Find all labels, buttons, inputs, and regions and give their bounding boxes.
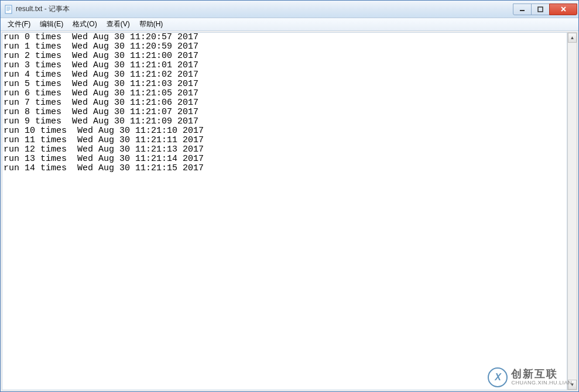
scroll-up-button[interactable]: ▲ [568,33,577,43]
content-wrapper: run 0 times Wed Aug 30 11:20:57 2017 run… [1,31,578,391]
notepad-icon [4,5,13,14]
menu-edit[interactable]: 编辑(E) [35,18,68,30]
menu-format[interactable]: 格式(O) [68,18,101,30]
vertical-scrollbar[interactable]: ▲ ▼ [567,32,577,390]
menu-view[interactable]: 查看(V) [102,18,135,30]
svg-rect-6 [538,7,543,12]
minimize-button[interactable] [513,4,532,15]
menu-help[interactable]: 帮助(H) [135,18,168,30]
text-area[interactable]: run 0 times Wed Aug 30 11:20:57 2017 run… [2,32,567,390]
titlebar[interactable]: result.txt - 记事本 [1,1,578,18]
close-button[interactable] [549,4,577,15]
window-controls [513,4,577,15]
notepad-window: result.txt - 记事本 文件(F) 编辑(E) 格式(O) 查看(V)… [0,0,579,392]
menu-file[interactable]: 文件(F) [3,18,35,30]
window-title: result.txt - 记事本 [16,4,513,14]
scroll-track[interactable] [568,43,577,380]
maximize-button[interactable] [531,4,550,15]
menubar: 文件(F) 编辑(E) 格式(O) 查看(V) 帮助(H) [1,18,578,31]
scroll-down-button[interactable]: ▼ [568,380,577,390]
